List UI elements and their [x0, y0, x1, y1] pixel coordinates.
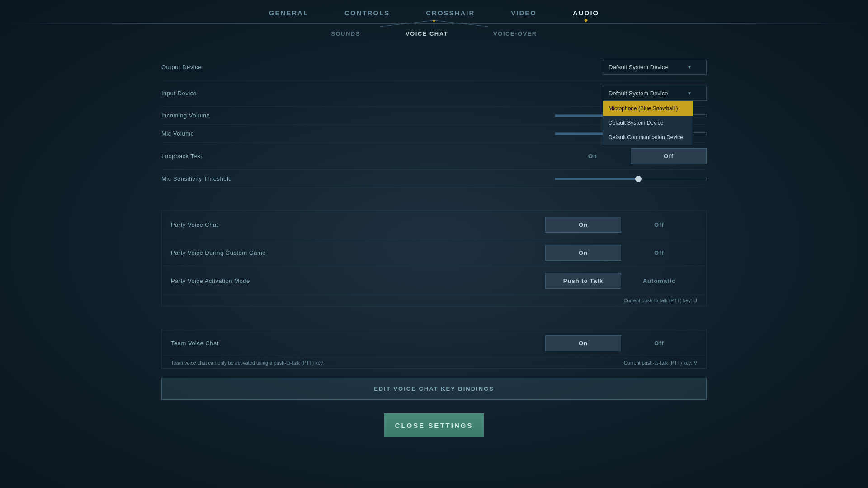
party-voice-chat-toggle: On Off — [545, 217, 697, 233]
tab-voice-chat[interactable]: VOICE CHAT — [383, 27, 471, 41]
party-voice-chat-row: Party Voice Chat On Off — [162, 211, 706, 239]
group-divider-1 — [161, 188, 707, 202]
output-device-row: Output Device Default System Device ▼ — [161, 54, 707, 80]
loopback-test-off-btn[interactable]: Off — [631, 148, 707, 164]
team-section: Team Voice Chat On Off Team voice chat c… — [161, 329, 707, 369]
party-activation-mode-toggle: Push to Talk Automatic — [545, 273, 697, 289]
team-voice-info-text: Team voice chat can only be activated us… — [171, 360, 324, 366]
input-device-option-2[interactable]: Default Communication Device — [603, 130, 693, 145]
mic-sensitivity-label: Mic Sensitivity Threshold — [161, 175, 333, 182]
party-voice-chat-on-btn[interactable]: On — [545, 217, 621, 233]
incoming-volume-label: Incoming Volume — [161, 112, 333, 119]
output-device-arrow-icon: ▼ — [687, 65, 692, 70]
loopback-test-toggle: On Off — [555, 148, 707, 164]
input-device-dropdown[interactable]: Default System Device ▼ Microphone (Blue… — [603, 86, 707, 101]
tab-video[interactable]: VIDEO — [493, 5, 555, 20]
output-device-dropdown-btn[interactable]: Default System Device ▼ — [603, 60, 707, 75]
tab-general[interactable]: GENERAL — [251, 5, 326, 20]
mic-sensitivity-row: Mic Sensitivity Threshold — [161, 170, 707, 188]
party-ptt-btn[interactable]: Push to Talk — [545, 273, 621, 289]
loopback-test-row: Loopback Test On Off — [161, 143, 707, 170]
tab-voice-over[interactable]: VOICE-OVER — [471, 27, 560, 41]
tab-sounds[interactable]: SOUNDS — [308, 27, 383, 41]
tab-audio[interactable]: AUDIO — [555, 5, 617, 20]
party-voice-custom-row: Party Voice During Custom Game On Off — [162, 239, 706, 267]
input-device-dropdown-btn[interactable]: Default System Device ▼ — [603, 86, 707, 101]
input-device-value: Default System Device — [609, 90, 668, 97]
tab-crosshair[interactable]: CROSSHAIR — [408, 5, 493, 20]
team-voice-chat-off-btn[interactable]: Off — [621, 335, 697, 351]
input-device-arrow-icon: ▼ — [687, 91, 692, 96]
input-device-control: Default System Device ▼ Microphone (Blue… — [333, 86, 707, 101]
party-voice-custom-off-btn[interactable]: Off — [621, 245, 697, 261]
output-device-dropdown[interactable]: Default System Device ▼ — [603, 60, 707, 75]
mic-sensitivity-fill — [555, 178, 638, 180]
party-voice-custom-on-btn[interactable]: On — [545, 245, 621, 261]
mic-sensitivity-control — [333, 178, 707, 180]
team-voice-chat-on-btn[interactable]: On — [545, 335, 621, 351]
input-device-row: Input Device Default System Device ▼ Mic… — [161, 80, 707, 107]
content-area: Output Device Default System Device ▼ In… — [0, 45, 868, 400]
party-voice-custom-label: Party Voice During Custom Game — [171, 249, 343, 256]
party-voice-chat-label: Party Voice Chat — [171, 221, 343, 228]
input-device-label: Input Device — [161, 90, 333, 97]
mic-sensitivity-thumb[interactable] — [635, 176, 642, 182]
group-divider-2 — [161, 306, 707, 320]
input-device-option-1[interactable]: Default System Device — [603, 116, 693, 130]
edit-bindings-button[interactable]: EDIT VOICE CHAT KEY BINDINGS — [161, 378, 707, 400]
mic-sensitivity-slider[interactable] — [555, 178, 707, 180]
input-device-option-0[interactable]: Microphone (Blue Snowball ) — [603, 101, 693, 116]
team-voice-chat-row: Team Voice Chat On Off — [162, 329, 706, 357]
svg-point-3 — [433, 20, 435, 22]
top-nav: GENERAL CONTROLS CROSSHAIR VIDEO AUDIO — [0, 0, 868, 20]
output-device-control: Default System Device ▼ — [333, 60, 707, 75]
loopback-test-control: On Off — [333, 148, 707, 164]
input-device-menu: Microphone (Blue Snowball ) Default Syst… — [603, 101, 693, 145]
team-ptt-info: Current push-to-talk (PTT) key: V — [624, 360, 697, 366]
party-ptt-info: Current push-to-talk (PTT) key: U — [162, 295, 706, 306]
output-device-label: Output Device — [161, 64, 333, 70]
top-nav-divider — [0, 23, 868, 24]
loopback-test-label: Loopback Test — [161, 153, 333, 160]
party-section: Party Voice Chat On Off Party Voice Duri… — [161, 211, 707, 306]
output-device-value: Default System Device — [609, 64, 668, 70]
tab-controls[interactable]: CONTROLS — [326, 5, 408, 20]
party-voice-chat-off-btn[interactable]: Off — [621, 217, 697, 233]
party-activation-mode-label: Party Voice Activation Mode — [171, 277, 343, 284]
party-activation-mode-row: Party Voice Activation Mode Push to Talk… — [162, 267, 706, 295]
team-voice-chat-label: Team Voice Chat — [171, 340, 343, 347]
party-automatic-btn[interactable]: Automatic — [621, 273, 697, 289]
close-settings-button[interactable]: CLOSE SETTINGS — [384, 413, 484, 437]
team-voice-info-row: Team voice chat can only be activated us… — [162, 357, 706, 368]
team-voice-chat-toggle: On Off — [545, 335, 697, 351]
party-voice-custom-toggle: On Off — [545, 245, 697, 261]
mic-volume-label: Mic Volume — [161, 130, 333, 137]
loopback-test-on-btn[interactable]: On — [555, 148, 631, 164]
